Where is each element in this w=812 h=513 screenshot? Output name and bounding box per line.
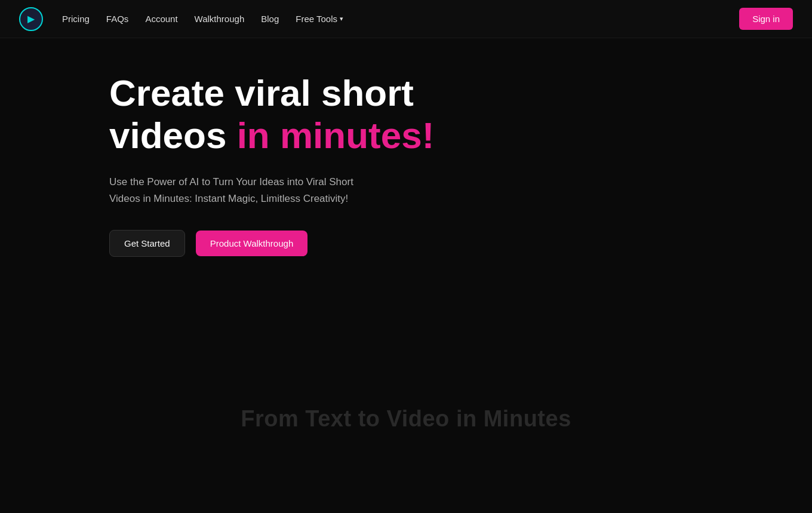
nav-item-faqs[interactable]: FAQs <box>106 14 129 24</box>
free-tools-label: Free Tools <box>296 14 337 24</box>
hero-description: Use the Power of AI to Turn Your Ideas i… <box>109 174 384 207</box>
get-started-button[interactable]: Get Started <box>109 230 185 257</box>
bottom-section: From Text to Video in Minutes <box>0 370 812 456</box>
nav-links: Pricing FAQs Account Walkthrough Blog Fr… <box>62 14 343 24</box>
hero-title-accent: in minutes! <box>237 115 435 156</box>
logo[interactable]: ▶ <box>19 7 43 31</box>
hero-title: Create viral short videos in minutes! <box>109 72 467 157</box>
hero-section: Create viral short videos in minutes! Us… <box>0 0 812 370</box>
nav-item-free-tools[interactable]: Free Tools ▾ <box>296 14 343 24</box>
nav-item-blog[interactable]: Blog <box>261 14 279 24</box>
faqs-link[interactable]: FAQs <box>106 14 129 24</box>
nav-item-pricing[interactable]: Pricing <box>62 14 90 24</box>
navbar-left: ▶ Pricing FAQs Account Walkthrough Blog … <box>19 7 343 31</box>
sign-in-button[interactable]: Sign in <box>739 8 793 30</box>
blog-link[interactable]: Blog <box>261 14 279 24</box>
nav-item-account[interactable]: Account <box>145 14 177 24</box>
nav-item-walkthrough[interactable]: Walkthrough <box>195 14 245 24</box>
walkthrough-link[interactable]: Walkthrough <box>195 14 245 24</box>
hero-buttons: Get Started Product Walkthrough <box>109 230 703 257</box>
bottom-title: From Text to Video in Minutes <box>0 406 812 432</box>
pricing-link[interactable]: Pricing <box>62 14 90 24</box>
chevron-down-icon: ▾ <box>340 15 343 23</box>
free-tools-link[interactable]: Free Tools ▾ <box>296 14 343 24</box>
navbar: ▶ Pricing FAQs Account Walkthrough Blog … <box>0 0 812 38</box>
play-icon: ▶ <box>27 13 35 24</box>
product-walkthrough-button[interactable]: Product Walkthrough <box>196 231 308 256</box>
account-link[interactable]: Account <box>145 14 177 24</box>
